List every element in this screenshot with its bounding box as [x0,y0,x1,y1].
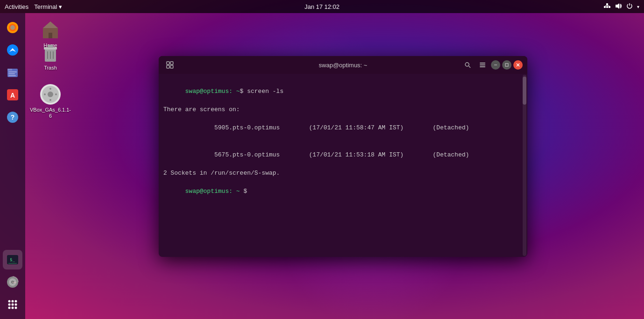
svg-rect-1 [604,6,606,8]
svg-point-27 [8,300,11,303]
dock-thunderbird[interactable] [3,40,22,60]
term-line-6: swap@optimus: ~ $ [163,178,523,206]
svg-point-47 [49,99,51,101]
term-line-2: There are screens on: [163,105,523,114]
system-menu-arrow[interactable]: ▾ [637,4,639,9]
terminal-window-controls [461,58,523,71]
svg-rect-0 [606,3,608,5]
svg-point-54 [465,63,469,66]
terminal-menu-label: Terminal [34,3,57,10]
svg-rect-56 [480,63,485,64]
desktop-vbox[interactable]: VBox_GAs_6.1.1- 6 [32,83,69,119]
svg-text:$_: $_ [10,257,15,262]
svg-rect-52 [167,65,169,68]
dock-files[interactable] [3,63,22,82]
dock: A ? $_ [0,13,25,319]
datetime: Jan 17 12:02 [304,3,339,10]
svg-point-49 [55,93,57,95]
svg-line-6 [607,5,609,6]
desktop-trash[interactable]: Trash [32,41,69,71]
svg-point-34 [12,307,14,309]
svg-text:?: ? [11,113,15,121]
svg-point-46 [49,88,51,90]
terminal-scrollbar[interactable] [523,75,526,256]
svg-rect-53 [170,65,173,68]
terminal-titlebar: swap@optimus: ~ [159,56,527,74]
svg-point-29 [15,300,17,303]
svg-point-33 [8,307,11,309]
svg-rect-15 [8,73,15,74]
term-line-4: 5675.pts-0.optimus (17/01/21 11:53:18 AM… [163,142,523,169]
svg-rect-58 [480,66,485,67]
dock-optical[interactable] [3,272,22,292]
svg-point-31 [12,304,14,306]
term-prompt-1: swap@optimus: ~ [185,88,240,95]
svg-text:A: A [10,92,15,99]
svg-point-35 [15,307,17,309]
terminal-title-left [163,58,176,71]
activities-button[interactable]: Activities [5,3,28,10]
trash-label: Trash [44,65,57,71]
svg-rect-13 [7,69,12,71]
terminal-scrollbar-thumb[interactable] [523,77,526,105]
terminal-maximize-button[interactable] [502,60,511,70]
svg-rect-36 [49,33,52,38]
terminal-title: swap@optimus: ~ [319,62,367,69]
svg-rect-14 [8,71,17,72]
svg-point-28 [12,300,14,303]
dock-appinstall[interactable]: A [3,85,22,105]
svg-rect-39 [48,45,53,48]
svg-rect-51 [170,62,173,64]
top-bar: Activities Terminal ▾ Jan 17 12:02 [0,0,644,13]
dock-terminal[interactable]: $_ [3,250,22,269]
term-line-5: 2 Sockets in /run/screen/S-swap. [163,169,523,178]
power-icon[interactable] [626,2,633,11]
svg-marker-7 [616,3,619,9]
terminal-body[interactable]: swap@optimus: ~$ screen -ls There are sc… [159,74,527,257]
terminal-resize-icon[interactable] [163,58,176,71]
term-line-3: 5905.pts-0.optimus (17/01/21 11:58:47 AM… [163,114,523,142]
svg-rect-3 [609,6,610,8]
svg-point-32 [15,304,17,306]
svg-rect-16 [8,75,16,76]
vbox-icon [39,83,62,106]
trash-icon [39,41,62,64]
dock-firefox[interactable] [3,18,22,37]
terminal-search-button[interactable] [461,58,474,71]
terminal-close-button[interactable] [513,60,523,70]
sound-icon[interactable] [615,2,622,11]
terminal-menu-arrow: ▾ [59,3,62,10]
term-prompt-2: swap@optimus: ~ [185,188,240,195]
svg-point-30 [8,304,11,306]
svg-point-45 [48,92,53,97]
dock-help[interactable]: ? [3,107,22,127]
dock-appgrid[interactable] [3,295,22,314]
term-line-1: swap@optimus: ~$ screen -ls [163,78,523,105]
svg-point-48 [44,93,46,95]
vbox-label: VBox_GAs_6.1.1- 6 [30,107,71,119]
svg-rect-60 [505,64,508,66]
svg-line-55 [469,66,471,68]
svg-rect-2 [606,6,608,8]
home-icon [39,19,62,41]
network-icon[interactable] [603,2,611,11]
svg-rect-57 [480,64,485,65]
terminal-minimize-button[interactable] [491,60,500,70]
svg-rect-50 [167,62,169,64]
term-cmd-1: $ screen -ls [240,88,284,95]
terminal-menu[interactable]: Terminal ▾ [34,3,62,10]
terminal-menu-button[interactable] [476,58,489,71]
terminal-window: swap@optimus: ~ [159,56,527,257]
svg-line-4 [605,5,607,6]
